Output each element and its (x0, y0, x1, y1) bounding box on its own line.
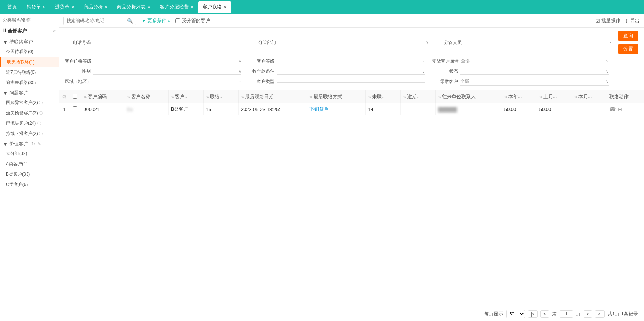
sort-icon-overdue[interactable]: ⇅ (403, 95, 406, 99)
sidebar-item-class-b[interactable]: B类客户(33) (0, 169, 59, 179)
filter-manager-input[interactable] (464, 39, 608, 46)
sidebar-item-ungrouped[interactable]: 未分组(32) (0, 148, 59, 159)
customer-level-chevron-icon: ∨ (422, 59, 425, 63)
nav-purchase-close-icon[interactable]: × (71, 5, 74, 9)
table-settings-icon[interactable]: ⚙ (62, 94, 67, 100)
filter-payment-label: 收付款条件 (249, 68, 274, 75)
sidebar-item-tomorrow[interactable]: 明天待联络(1) (0, 57, 59, 67)
qr-action-icon[interactable]: ⊞ (618, 106, 622, 112)
retail-attr-chevron-icon: ∨ (606, 59, 609, 63)
sidebar-search-container: 🔍 (0, 14, 59, 25)
nav-analysis-list-close-icon[interactable]: × (148, 5, 150, 9)
sidebar-item-churn-warning[interactable]: 流失预警客户(3) ⓘ (0, 108, 59, 118)
nav-customer-contact-close-icon[interactable]: × (224, 5, 226, 9)
sort-icon-last-date[interactable]: ⇅ (241, 95, 244, 99)
sort-icon-this-month[interactable]: ⇅ (574, 95, 577, 99)
sidebar-collapse-icon[interactable]: « (53, 28, 56, 34)
filter-price-level-select[interactable]: ∨ (94, 58, 241, 64)
sidebar-all-customers[interactable]: ⠿ 全部客户 « (0, 25, 59, 37)
sidebar-item-declining[interactable]: 持续下滑客户(2) ⓘ (0, 128, 59, 139)
nav-analysis-list[interactable]: 商品分析列表 × (112, 1, 154, 13)
sidebar-item-class-a[interactable]: A类客户(1) (0, 159, 59, 169)
table-footer: 每页显示 50 100 200 |< < 第 页 > >| 共1页 1条记录 (59, 307, 644, 321)
sidebar-group-value: ▼ 价值客户 ↻ ✎ (0, 139, 59, 148)
sidebar-item-overdue-contact[interactable]: 逾期未联络(30) (0, 77, 59, 88)
sort-icon-no-contact[interactable]: ⇅ (368, 95, 371, 99)
filter-customer-level-select[interactable]: ∨ (277, 58, 425, 64)
nav-sales-close-icon[interactable]: × (43, 5, 45, 9)
select-all-checkbox[interactable] (73, 94, 77, 99)
my-customers-checkbox[interactable] (175, 18, 180, 23)
row-checkbox[interactable] (73, 106, 77, 111)
per-page-select[interactable]: 50 100 200 (506, 310, 525, 318)
first-page-btn[interactable]: |< (528, 310, 538, 318)
sort-icon-last-month[interactable]: ⇅ (539, 95, 542, 99)
sort-icon-contact[interactable]: ⇅ (206, 95, 209, 99)
sort-icon-type[interactable]: ⇅ (171, 95, 174, 99)
th-code: ⇅ 客户编码 (81, 90, 125, 103)
filter-retail-attr-select[interactable]: 全部 ∨ (461, 57, 609, 65)
filter-customer-type-select[interactable] (277, 81, 425, 83)
nav-sales[interactable]: 销货单 × (22, 1, 50, 13)
query-btn[interactable]: 查询 (618, 31, 638, 41)
filter-gender-select[interactable]: ∨ (93, 69, 241, 75)
prev-page-btn[interactable]: < (540, 310, 549, 318)
sidebar-item-class-c[interactable]: C类客户(6) (0, 179, 59, 190)
batch-operation-btn[interactable]: ☑ 批量操作 (596, 17, 620, 24)
sidebar-item-churned[interactable]: 已流失客户(24) ⓘ (0, 118, 59, 128)
th-checkbox (70, 90, 81, 103)
filter-retail-customer-select[interactable]: 全部 ∨ (460, 77, 609, 86)
sidebar-item-today[interactable]: 今天待联络(0) (0, 46, 59, 57)
page-input[interactable] (560, 310, 573, 318)
th-last-date-label: 最后联络日期 (245, 93, 274, 100)
last-method-link[interactable]: 下销货单 (309, 106, 329, 112)
next-page-btn[interactable]: > (584, 310, 592, 318)
filter-manager-more-icon[interactable]: ··· (610, 40, 614, 45)
filter-phone-label: 电话号码 (65, 39, 91, 46)
sort-icon-last-method[interactable]: ⇅ (309, 95, 312, 99)
last-page-btn[interactable]: >| (595, 310, 605, 318)
retail-customer-chevron-icon: ∨ (606, 79, 609, 83)
filter-more-btn[interactable]: ▼ 更多条件 ∧ (139, 16, 172, 25)
phone-action-icon[interactable]: ☎ (609, 106, 616, 112)
sort-icon-this-year[interactable]: ⇅ (504, 95, 507, 99)
td-overdue (401, 103, 436, 115)
filter-dept-select[interactable]: ∨ (278, 39, 428, 45)
status-chevron-icon: ∨ (606, 69, 609, 73)
nav-customer-tier[interactable]: 客户分层经营 × (155, 1, 197, 13)
th-last-month-label: 上月... (543, 93, 557, 100)
nav-customer-tier-close-icon[interactable]: × (191, 5, 193, 9)
sort-icon-name[interactable]: ⇅ (127, 95, 130, 99)
export-btn[interactable]: ⇧ 导出 (625, 17, 640, 24)
filter-cell-region: 区域（地区） ··· (65, 78, 241, 85)
sidebar-item-repurchase-abnormal[interactable]: 回购异常客户(2) ⓘ (0, 97, 59, 108)
refresh-icon-value[interactable]: ↻ (31, 141, 35, 146)
sort-icon-code[interactable]: ⇅ (84, 95, 87, 99)
reset-btn[interactable]: 设置 (618, 44, 638, 54)
filter-payment-select[interactable]: ∨ (277, 69, 425, 75)
nav-customer-contact-label: 客户联络 (203, 4, 222, 10)
nav-purchase[interactable]: 进货单 × (50, 1, 78, 13)
nav-analysis[interactable]: 商品分析 × (79, 1, 112, 13)
filter-status-select[interactable]: ∨ (460, 69, 609, 75)
th-last-method: ⇅ 最后联络方式 (307, 90, 365, 103)
filter-cell-price-level: 客户价格等级 ∨ (65, 58, 241, 65)
filter-cell-payment: 收付款条件 ∨ (249, 68, 425, 75)
my-customers-checkbox-container[interactable]: 我分管的客户 (175, 17, 210, 24)
filter-phone-input[interactable] (93, 39, 203, 46)
edit-icon-value[interactable]: ✎ (37, 141, 41, 146)
sidebar-search-input[interactable] (3, 17, 58, 23)
nav-home[interactable]: 首页 (3, 1, 21, 13)
sidebar-group-problem: ▼ 问题客户 (0, 88, 59, 97)
filter-region-more-icon[interactable]: ··· (238, 79, 241, 84)
sidebar-item-7days[interactable]: 近7天待联络(0) (0, 67, 59, 77)
price-level-chevron-icon: ∨ (239, 59, 241, 63)
sort-icon-unit-contacts[interactable]: ⇅ (438, 95, 441, 99)
toolbar-search-icon[interactable]: 🔍 (127, 18, 133, 24)
export-icon: ⇧ (625, 18, 629, 24)
filter-region-input[interactable] (94, 78, 235, 85)
nav-customer-contact[interactable]: 客户联络 × (198, 1, 231, 13)
nav-analysis-close-icon[interactable]: × (105, 5, 107, 9)
sidebar: 🔍 ⠿ 全部客户 « ▼ 待联络客户 今天待联络(0) 明天待联络(1) 近7天… (0, 14, 59, 321)
toolbar-search-input[interactable] (67, 18, 126, 23)
